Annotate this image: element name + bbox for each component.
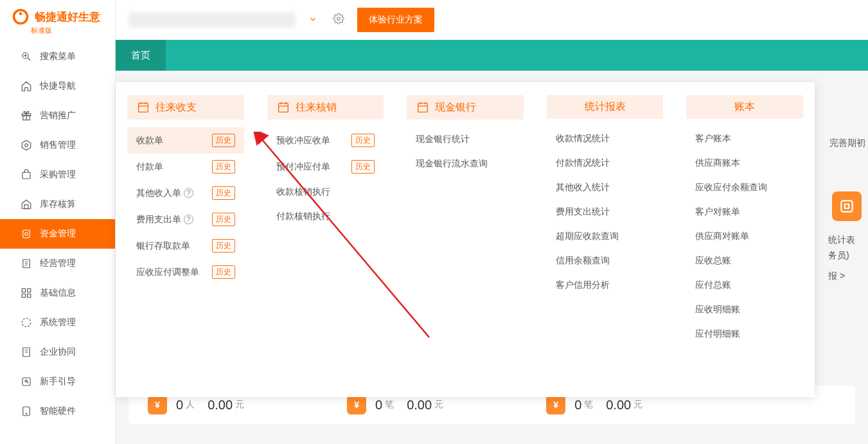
summary-amount: 0.00 <box>208 398 233 413</box>
history-badge[interactable]: 历史 <box>212 239 235 253</box>
megamenu-item[interactable]: 收款情况统计 <box>547 127 664 151</box>
megamenu-item[interactable]: 收款单历史 <box>127 127 244 154</box>
summary-amount: 0.00 <box>407 398 432 413</box>
megamenu-item[interactable]: 应收应付余额查询 <box>686 175 803 200</box>
megamenu-item[interactable]: 客户账本 <box>686 127 803 151</box>
megamenu-item-label: 客户信用分析 <box>556 280 610 291</box>
history-badge[interactable]: 历史 <box>212 265 235 279</box>
megamenu-column-header: 账本 <box>686 95 803 119</box>
history-badge[interactable]: 历史 <box>212 213 235 226</box>
topbar: 体验行业方案 <box>116 0 868 40</box>
edition-label: 标准版 <box>0 26 115 42</box>
sidebar-item-8[interactable]: 基础信息 <box>0 278 115 308</box>
sidebar-item-label: 营销推广 <box>40 110 76 121</box>
summary-item-0: ¥0人0.00元 <box>148 395 244 414</box>
sidebar-item-label: 经营管理 <box>40 258 76 269</box>
sidebar-item-2[interactable]: 营销推广 <box>0 101 115 130</box>
megamenu-item[interactable]: 应付总账 <box>686 273 803 297</box>
megamenu-column-1: 往来核销预收冲应收单历史预付冲应付单历史收款核销执行付款核销执行 <box>256 95 396 384</box>
summary-count-unit: 笔 <box>584 399 593 411</box>
grid-icon <box>21 287 32 299</box>
chevron-down-icon[interactable] <box>306 12 320 28</box>
history-badge[interactable]: 历史 <box>212 160 235 173</box>
sidebar-item-1[interactable]: 快捷导航 <box>0 71 115 101</box>
summary-amount-unit: 元 <box>434 399 443 411</box>
svg-rect-22 <box>418 103 428 112</box>
megamenu-item[interactable]: 预付冲应付单历史 <box>267 154 384 180</box>
megamenu-item-label: 其他收入单? <box>136 188 193 199</box>
sidebar-item-label: 搜索菜单 <box>40 51 76 62</box>
megamenu-item[interactable]: 费用支出单?历史 <box>127 206 244 233</box>
clipboard-icon <box>21 258 32 269</box>
svg-rect-11 <box>28 289 31 292</box>
megamenu-item[interactable]: 现金银行统计 <box>407 127 524 152</box>
megamenu-item[interactable]: 供应商账本 <box>686 151 803 175</box>
megamenu-column-header: 现金银行 <box>407 95 524 120</box>
megamenu-item-label: 银行存取款单 <box>136 240 190 252</box>
sidebar-item-11[interactable]: 新手引导 <box>0 367 115 396</box>
column-header-icon <box>136 100 150 114</box>
megamenu-item[interactable]: 信用余额查询 <box>547 249 664 273</box>
history-badge[interactable]: 历史 <box>351 134 375 147</box>
megamenu-item[interactable]: 其他收入统计 <box>547 175 664 200</box>
float-report-link[interactable]: 报 > <box>826 263 868 290</box>
sidebar-item-label: 新手引导 <box>40 376 76 387</box>
home-icon <box>21 80 32 92</box>
megamenu-item-label: 应收应付调整单 <box>136 267 199 278</box>
megamenu-item[interactable]: 供应商对账单 <box>686 224 803 249</box>
megamenu-item[interactable]: 客户信用分析 <box>547 273 664 297</box>
megamenu-item-label: 其他收入统计 <box>556 182 610 193</box>
megamenu-item[interactable]: 付款单历史 <box>127 154 244 180</box>
megamenu-item[interactable]: 超期应收款查询 <box>547 224 664 249</box>
sidebar-item-5[interactable]: 库存核算 <box>0 190 115 219</box>
svg-point-8 <box>25 233 28 236</box>
summary-item-1: ¥0笔0.00元 <box>347 395 443 414</box>
megamenu-item-label: 收款单 <box>136 135 163 147</box>
megamenu-item-label: 现金银行统计 <box>416 134 470 145</box>
megamenu-item[interactable]: 应付明细账 <box>686 322 803 346</box>
megamenu-item[interactable]: 费用支出统计 <box>547 200 664 224</box>
float-shortcut-icon[interactable] <box>832 191 862 221</box>
megamenu-item[interactable]: 应收明细账 <box>686 297 803 322</box>
company-selector-redacted[interactable] <box>128 12 296 28</box>
help-icon[interactable]: ? <box>184 215 193 224</box>
history-badge[interactable]: 历史 <box>212 186 235 200</box>
svg-point-19 <box>337 17 341 21</box>
loader-icon <box>21 317 32 328</box>
summary-amount: 0.00 <box>606 398 631 413</box>
svg-point-1 <box>19 12 22 15</box>
sidebar-item-7[interactable]: 经营管理 <box>0 249 115 278</box>
history-badge[interactable]: 历史 <box>212 134 235 147</box>
summary-count-unit: 人 <box>186 399 195 411</box>
megamenu-item[interactable]: 银行存取款单历史 <box>127 233 244 259</box>
megamenu-item[interactable]: 应收总账 <box>686 249 803 273</box>
megamenu-item[interactable]: 付款核销执行 <box>267 204 384 229</box>
sidebar-item-6[interactable]: 资金管理 <box>0 219 115 249</box>
gear-icon[interactable] <box>330 10 347 30</box>
svg-rect-10 <box>22 289 25 292</box>
megamenu-item[interactable]: 应收应付调整单历史 <box>127 259 244 285</box>
megamenu-item[interactable]: 其他收入单?历史 <box>127 180 244 206</box>
sidebar-item-3[interactable]: 销售管理 <box>0 130 115 160</box>
sidebar-item-0[interactable]: 搜索菜单 <box>0 42 115 71</box>
sidebar-item-4[interactable]: 采购管理 <box>0 160 115 190</box>
megamenu-item-label: 超期应收款查询 <box>556 231 619 242</box>
sidebar-item-9[interactable]: 系统管理 <box>0 308 115 337</box>
sidebar-item-12[interactable]: 智能硬件 <box>0 396 115 426</box>
help-icon[interactable]: ? <box>184 188 193 198</box>
history-badge[interactable]: 历史 <box>351 160 375 173</box>
megamenu-item[interactable]: 预收冲应收单历史 <box>267 127 384 154</box>
column-header-title: 往来收支 <box>155 101 197 114</box>
megamenu-item[interactable]: 客户对账单 <box>686 200 803 224</box>
megamenu-item[interactable]: 收款核销执行 <box>267 180 384 204</box>
megamenu-item-label: 应收明细账 <box>695 304 740 315</box>
trial-plan-button[interactable]: 体验行业方案 <box>357 8 434 32</box>
megamenu-column-header: 往来收支 <box>127 95 244 120</box>
megamenu-item[interactable]: 付款情况统计 <box>547 151 664 175</box>
megamenu-item-label: 费用支出单? <box>136 214 193 226</box>
sidebar-item-10[interactable]: 企业协同 <box>0 337 115 367</box>
tab-home[interactable]: 首页 <box>116 40 166 71</box>
peek-complete-initial[interactable]: 完善期初 <box>827 135 868 152</box>
megamenu-item[interactable]: 现金银行流水查询 <box>407 152 524 176</box>
gift-icon <box>21 110 32 121</box>
